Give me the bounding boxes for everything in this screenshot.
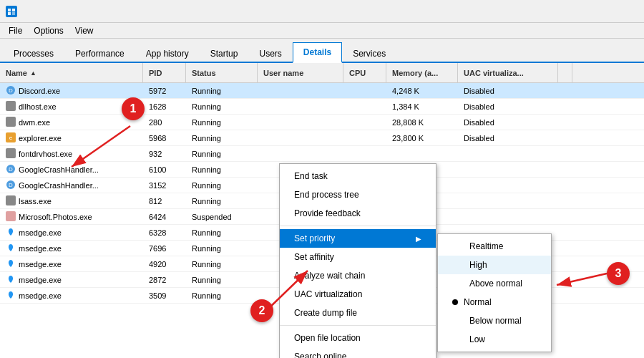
- priority-item-above-normal[interactable]: Above normal: [438, 274, 551, 293]
- ctx-item-set-affinity[interactable]: Set affinity: [280, 248, 436, 266]
- sort-icon: ▲: [30, 69, 36, 77]
- context-menu-separator: [280, 226, 436, 226]
- menu-file[interactable]: File: [3, 24, 28, 37]
- table-row[interactable]: e explorer.exe 5968 Running 23,800 K Dis…: [0, 130, 644, 146]
- process-status: Running: [186, 181, 258, 190]
- process-pid: 3152: [143, 181, 186, 190]
- process-icon: [6, 195, 16, 207]
- process-pid: 1628: [143, 102, 186, 111]
- maximize-button[interactable]: [572, 0, 605, 23]
- annotation-3: 3: [607, 262, 630, 285]
- process-name: D GoogleCrashHandler...: [0, 180, 143, 191]
- priority-item-realtime[interactable]: Realtime: [438, 237, 551, 256]
- process-name: lsass.exe: [0, 195, 143, 207]
- svg-text:D: D: [9, 87, 13, 94]
- process-pid: 7696: [143, 244, 186, 253]
- svg-rect-17: [6, 211, 16, 221]
- priority-item-normal[interactable]: Normal: [438, 293, 551, 311]
- process-uac: Disabled: [458, 102, 558, 111]
- process-pid: 4920: [143, 260, 186, 268]
- col-uac[interactable]: UAC virtualiza...: [458, 63, 558, 82]
- tab-processes[interactable]: Processes: [3, 44, 64, 63]
- process-pid: 5968: [143, 134, 186, 142]
- ctx-item-open-file-location[interactable]: Open file location: [280, 329, 436, 347]
- process-status: Running: [186, 150, 258, 158]
- ctx-item-uac-virtualization[interactable]: UAC virtualization: [280, 285, 436, 304]
- col-memory[interactable]: Memory (a...: [386, 63, 458, 82]
- process-name: msedge.exe: [0, 227, 143, 238]
- tab-apphistory[interactable]: App history: [135, 44, 200, 63]
- priority-item-below-normal[interactable]: Below normal: [438, 311, 551, 330]
- process-status: Running: [186, 276, 258, 284]
- process-memory: 4,248 K: [386, 87, 458, 95]
- process-name: msedge.exe: [0, 274, 143, 286]
- ctx-item-analyze-wait-chain[interactable]: Analyze wait chain: [280, 266, 436, 285]
- col-cpu[interactable]: CPU: [343, 63, 386, 82]
- process-name: dwm.exe: [0, 117, 143, 128]
- ctx-item-set-priority[interactable]: Set priority▶: [280, 229, 436, 248]
- priority-item-low[interactable]: Low: [438, 330, 551, 349]
- svg-text:D: D: [9, 166, 13, 173]
- tab-users[interactable]: Users: [248, 44, 292, 63]
- table-row[interactable]: D Discord.exe 5972 Running 4,248 K Disab…: [0, 83, 644, 99]
- process-status: Running: [186, 102, 258, 111]
- window-controls: [540, 0, 638, 23]
- ctx-item-create-dump-file[interactable]: Create dump file: [280, 304, 436, 322]
- process-name: fontdrvhost.exe: [0, 148, 143, 160]
- col-pid[interactable]: PID: [143, 63, 186, 82]
- process-status: Running: [186, 260, 258, 268]
- process-uac: Disabled: [458, 87, 558, 95]
- priority-submenu: RealtimeHighAbove normalNormalBelow norm…: [437, 233, 552, 352]
- app-icon: [6, 6, 17, 17]
- process-name: msedge.exe: [0, 243, 143, 254]
- process-name: e explorer.exe: [0, 132, 143, 144]
- svg-text:D: D: [9, 182, 13, 188]
- process-icon: [6, 101, 16, 112]
- tab-services[interactable]: Services: [342, 44, 396, 63]
- menu-view[interactable]: View: [69, 24, 99, 37]
- context-menu-separator: [280, 325, 436, 326]
- annotation-2: 2: [250, 299, 273, 322]
- process-status: Suspended: [186, 213, 258, 221]
- process-pid: 2872: [143, 276, 186, 284]
- process-icon: [6, 148, 16, 160]
- priority-item-high[interactable]: High: [438, 256, 551, 274]
- bullet-dot: [452, 299, 458, 305]
- process-icon: [6, 227, 16, 238]
- process-name: D Discord.exe: [0, 85, 143, 97]
- titlebar: [0, 0, 644, 23]
- ctx-item-provide-feedback[interactable]: Provide feedback: [280, 204, 436, 223]
- col-scroll: [558, 63, 572, 82]
- ctx-item-end-task[interactable]: End task: [280, 167, 436, 185]
- minimize-button[interactable]: [540, 0, 572, 23]
- col-name[interactable]: Name ▲: [0, 63, 143, 82]
- table-row[interactable]: fontdrvhost.exe 932 Running: [0, 146, 644, 162]
- col-username[interactable]: User name: [258, 63, 343, 82]
- tab-startup[interactable]: Startup: [200, 44, 249, 63]
- context-menu: End taskEnd process treeProvide feedback…: [279, 163, 436, 358]
- process-icon: [6, 290, 16, 301]
- process-status: Running: [186, 165, 258, 174]
- table-row[interactable]: dwm.exe 280 Running 28,808 K Disabled: [0, 115, 644, 130]
- process-status: Running: [186, 291, 258, 300]
- ctx-item-end-process-tree[interactable]: End process tree: [280, 185, 436, 204]
- svg-text:e: e: [9, 135, 13, 141]
- process-pid: 6328: [143, 228, 186, 237]
- col-status[interactable]: Status: [186, 63, 258, 82]
- process-name: msedge.exe: [0, 258, 143, 270]
- process-icon: [6, 117, 16, 128]
- ctx-item-search-online[interactable]: Search online: [280, 347, 436, 358]
- close-button[interactable]: [605, 0, 638, 23]
- process-name: msedge.exe: [0, 290, 143, 301]
- annotation-1: 1: [122, 97, 145, 120]
- tab-performance[interactable]: Performance: [64, 44, 135, 63]
- menu-options[interactable]: Options: [28, 24, 69, 37]
- process-status: Running: [186, 87, 258, 95]
- process-icon: [6, 243, 16, 254]
- table-row[interactable]: dllhost.exe 1628 Running 1,384 K Disable…: [0, 99, 644, 115]
- process-pid: 932: [143, 150, 186, 158]
- table-header: Name ▲ PID Status User name CPU Memory (…: [0, 63, 644, 83]
- process-pid: 3509: [143, 291, 186, 300]
- process-icon: D: [6, 85, 16, 97]
- tab-details[interactable]: Details: [293, 42, 342, 63]
